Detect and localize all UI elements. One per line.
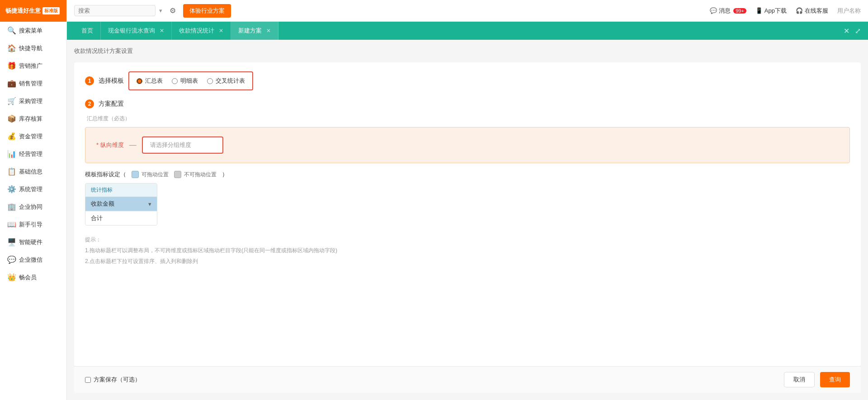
bottom-section: 方案保存（可选） 取消 查询 [74,366,861,393]
sidebar-item-label: 企业微信 [19,256,42,264]
sidebar-item-label: 基础信息 [19,168,42,176]
sidebar-item-enterprise[interactable]: 🏢 企业协同 [0,198,66,216]
cart-icon: 🛒 [7,97,15,105]
tab-bank-flow[interactable]: 现金银行流水查询 ✕ [101,22,172,40]
book-icon: 📖 [7,220,15,229]
download-icon: 📱 [755,7,763,14]
sidebar-item-basic[interactable]: 📋 基础信息 [0,163,66,180]
tab-home[interactable]: 首页 [74,22,101,40]
chart-icon: 📊 [7,150,15,158]
dimension-select[interactable]: 请选择分组维度 [142,136,223,154]
sidebar-item-operations[interactable]: 📊 经营管理 [0,145,66,163]
content-area: 收款情况统计方案设置 1 选择模板 汇总表 [67,40,868,400]
service-label: 在线客服 [805,7,828,15]
movable-box [132,171,139,178]
save-option[interactable]: 方案保存（可选） [85,376,141,384]
trial-button[interactable]: 体验行业方案 [183,4,231,18]
sidebar-item-label: 采购管理 [19,97,42,105]
radio-detail-input[interactable] [172,78,178,84]
sidebar-item-smart-hw[interactable]: 🖥️ 智能硬件 [0,233,66,251]
sidebar-item-label: 智能硬件 [19,238,42,246]
radio-summary[interactable]: 汇总表 [137,77,163,85]
list-icon: 📋 [7,167,15,176]
dropdown-arrow-icon[interactable]: ▾ [159,7,162,14]
breadcrumb: 收款情况统计方案设置 [74,47,861,55]
radio-group-template: 汇总表 明细表 交叉统计表 [137,77,245,85]
maximize-icon[interactable]: ⤢ [855,27,861,35]
tips-title: 提示： [85,236,101,243]
indicators-header: 模板指标设定（ 可拖动位置 不可拖动位置 ） [85,170,850,179]
username: 用户名称 [837,7,861,15]
tab-new-plan-label: 新建方案 [238,27,262,35]
tab-bank-flow-label: 现金银行流水查询 [108,27,155,35]
sidebar-item-label: 经营管理 [19,150,42,158]
download-item[interactable]: 📱 App下载 [755,7,787,15]
indicator-column-name: 收款金额 [91,200,148,208]
sidebar-item-marketing[interactable]: 🎁 营销推广 [0,57,66,75]
search-input[interactable] [74,5,156,16]
sidebar-item-inventory[interactable]: 📦 库存核算 [0,110,66,127]
tab-home-label: 首页 [81,27,93,35]
tab-new-plan-close-icon[interactable]: ✕ [266,28,271,34]
sidebar-item-quick-nav[interactable]: 🏠 快捷导航 [0,39,66,57]
tips-section: 提示： 1.拖动标题栏可以调整布局，不可跨维度或指标区域拖动栏目字段(只能在同一… [85,234,850,267]
radio-cross-input[interactable] [207,78,213,84]
close-window-icon[interactable]: ✕ [844,27,849,35]
sidebar-item-purchase[interactable]: 🛒 采购管理 [0,92,66,110]
cancel-button[interactable]: 取消 [784,372,815,387]
message-icon: 💬 [710,7,717,14]
radio-cross[interactable]: 交叉统计表 [207,77,245,85]
indicator-table: 统计指标 收款金额 ▾ 合计 [85,183,157,226]
topbar: ▾ ⚙ 体验行业方案 💬 消息 99+ 📱 App下载 🎧 在线客服 用户名称 [67,0,868,22]
save-label: 方案保存（可选） [94,376,141,384]
tab-bank-flow-close-icon[interactable]: ✕ [160,28,164,34]
tab-new-plan[interactable]: 新建方案 ✕ [231,22,278,40]
download-label: App下载 [764,7,787,15]
sidebar-item-label: 营销推广 [19,62,42,70]
indicator-dropdown-icon[interactable]: ▾ [148,201,151,207]
home-icon: 🏠 [7,44,15,52]
message-badge: 99+ [733,8,746,14]
tab-collection-stats-label: 收款情况统计 [179,27,214,35]
main-area: ▾ ⚙ 体验行业方案 💬 消息 99+ 📱 App下载 🎧 在线客服 用户名称 … [67,0,868,400]
radio-detail[interactable]: 明细表 [172,77,198,85]
sidebar-item-newbie[interactable]: 📖 新手引导 [0,216,66,233]
topbar-search: ▾ [74,5,162,16]
radio-summary-input[interactable] [137,78,142,84]
bottom-buttons: 取消 查询 [784,372,850,387]
service-item[interactable]: 🎧 在线客服 [796,7,828,15]
sidebar-item-sales[interactable]: 💼 销售管理 [0,75,66,92]
message-item[interactable]: 💬 消息 99+ [710,7,746,15]
service-icon: 🎧 [796,7,803,14]
sidebar-item-search-menu[interactable]: 🔍 搜索菜单 [0,22,66,39]
settings-icon[interactable]: ⚙ [170,6,176,15]
step2-title: 方案配置 [99,100,124,108]
indicator-group-label: 统计指标 [85,184,157,197]
message-label: 消息 [719,7,731,15]
box-icon: 📦 [7,114,15,123]
gift-icon: 🎁 [7,61,15,70]
sidebar-item-system[interactable]: ⚙️ 系统管理 [0,180,66,198]
query-button[interactable]: 查询 [820,372,850,387]
topbar-right: 💬 消息 99+ 📱 App下载 🎧 在线客服 用户名称 [710,7,861,15]
sidebar-item-wechat[interactable]: 💬 企业微信 [0,251,66,268]
indicator-header-row[interactable]: 收款金额 ▾ [85,197,157,211]
arrow-icon: — [129,141,137,149]
sidebar: 畅捷通好生意 标准版 🔍 搜索菜单 🏠 快捷导航 🎁 营销推广 💼 销售管理 🛒… [0,0,67,400]
sidebar-item-finance[interactable]: 💰 资金管理 [0,127,66,145]
tabbar: 首页 现金银行流水查询 ✕ 收款情况统计 ✕ 新建方案 ✕ ✕ ⤢ [67,22,868,40]
radio-cross-label: 交叉统计表 [216,77,245,85]
save-checkbox[interactable] [85,377,91,383]
fixed-label: 不可拖动位置 [184,171,217,179]
sidebar-item-label: 畅会员 [19,273,37,282]
building-icon: 🏢 [7,202,15,211]
tab-collection-stats-close-icon[interactable]: ✕ [219,28,223,34]
tab-collection-stats[interactable]: 收款情况统计 ✕ [172,22,231,40]
sidebar-item-member[interactable]: 👑 畅会员 [0,268,66,286]
step1-number: 1 [85,76,94,85]
sidebar-item-label: 系统管理 [19,185,42,193]
template-selection-box: 汇总表 明细表 交叉统计表 [128,71,253,90]
legend-fixed: 不可拖动位置 [174,171,217,179]
sidebar-item-label: 快捷导航 [19,44,42,52]
step2-header: 2 方案配置 [85,99,850,108]
